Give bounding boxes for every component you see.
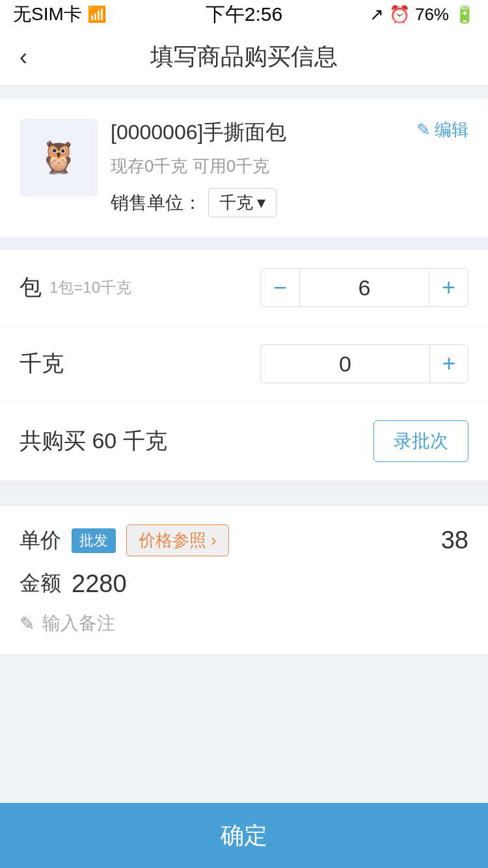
edit-icon: ✎ bbox=[416, 120, 431, 140]
price-left: 单价 批发 价格参照 › bbox=[20, 524, 229, 556]
product-info: [0000006]手撕面包 现存0千克 可用0千克 销售单位： 千克 ▾ bbox=[111, 118, 468, 217]
price-row: 单价 批发 价格参照 › 38 bbox=[20, 524, 468, 556]
carrier-text: 无SIM卡 bbox=[13, 2, 82, 27]
bao-label: 包 bbox=[20, 273, 42, 303]
batch-button[interactable]: 录批次 bbox=[373, 420, 468, 462]
product-card: 🦉 [0000006]手撕面包 现存0千克 可用0千克 销售单位： 千克 ▾ ✎… bbox=[0, 99, 488, 237]
status-bar: 无SIM卡 📶 下午2:56 ↗ ⏰ 76% 🔋 bbox=[0, 0, 488, 29]
nav-bar: ‹ 填写商品购买信息 bbox=[0, 29, 488, 86]
edit-button[interactable]: ✎ 编辑 bbox=[416, 118, 468, 141]
page-title: 填写商品购买信息 bbox=[150, 41, 338, 73]
product-logo: 🦉 bbox=[39, 139, 78, 176]
unit-value: 千克 bbox=[219, 191, 253, 214]
status-right: ↗ ⏰ 76% 🔋 bbox=[370, 5, 475, 25]
status-time: 下午2:56 bbox=[206, 1, 282, 28]
amount-value: 2280 bbox=[72, 570, 127, 598]
bao-plus-button[interactable]: + bbox=[429, 268, 468, 307]
bao-minus-button[interactable]: − bbox=[260, 268, 299, 307]
qianke-label: 千克 bbox=[20, 349, 64, 379]
confirm-button[interactable]: 确定 bbox=[221, 820, 267, 852]
edit-label: 编辑 bbox=[435, 118, 468, 141]
qianke-row: 千克 + bbox=[0, 326, 488, 402]
back-button[interactable]: ‹ bbox=[20, 44, 27, 71]
unit-label: 销售单位： bbox=[111, 191, 202, 215]
qianke-stepper: + bbox=[260, 344, 468, 383]
bao-input[interactable] bbox=[299, 268, 429, 307]
remark-placeholder: 输入备注 bbox=[42, 611, 115, 636]
unit-dropdown-icon: ▾ bbox=[257, 193, 265, 213]
amount-label: 金额 bbox=[20, 569, 61, 598]
pencil-icon: ✎ bbox=[20, 613, 34, 634]
battery-text: 76% bbox=[415, 5, 449, 25]
summary-text: 共购买 60 千克 bbox=[20, 426, 167, 456]
summary-row: 共购买 60 千克 录批次 bbox=[0, 402, 488, 480]
battery-icon: 🔋 bbox=[454, 5, 475, 25]
product-name: [0000006]手撕面包 bbox=[111, 118, 468, 147]
wifi-icon: 📶 bbox=[87, 5, 107, 23]
qianke-input[interactable] bbox=[260, 344, 429, 383]
qianke-label-group: 千克 bbox=[20, 349, 64, 379]
bao-hint: 1包=10千克 bbox=[49, 277, 131, 298]
divider-1 bbox=[0, 237, 488, 250]
price-ref-button[interactable]: 价格参照 › bbox=[126, 524, 229, 556]
price-value: 38 bbox=[441, 526, 468, 554]
bao-label-group: 包 1包=10千克 bbox=[20, 273, 131, 303]
confirm-bar[interactable]: 确定 bbox=[0, 803, 488, 868]
status-carrier: 无SIM卡 📶 bbox=[13, 2, 107, 27]
divider-2 bbox=[0, 480, 488, 493]
bao-section: 包 1包=10千克 − + 千克 + 共购买 60 千克 录批次 bbox=[0, 250, 488, 480]
remark-row[interactable]: ✎ 输入备注 bbox=[20, 611, 468, 636]
alarm-icon: ⏰ bbox=[389, 5, 410, 25]
bao-stepper: − + bbox=[260, 268, 468, 307]
product-unit-row: 销售单位： 千克 ▾ bbox=[111, 188, 468, 217]
bao-row: 包 1包=10千克 − + bbox=[0, 250, 488, 326]
price-badge: 批发 bbox=[72, 528, 116, 553]
price-label: 单价 bbox=[20, 526, 61, 555]
location-icon: ↗ bbox=[370, 5, 384, 25]
product-stock: 现存0千克 可用0千克 bbox=[111, 155, 468, 178]
amount-row: 金额 2280 bbox=[20, 569, 468, 598]
unit-select[interactable]: 千克 ▾ bbox=[208, 188, 277, 217]
product-image: 🦉 bbox=[20, 118, 98, 197]
qianke-plus-button[interactable]: + bbox=[429, 344, 468, 383]
price-section: 单价 批发 价格参照 › 38 金额 2280 ✎ 输入备注 bbox=[0, 506, 488, 654]
